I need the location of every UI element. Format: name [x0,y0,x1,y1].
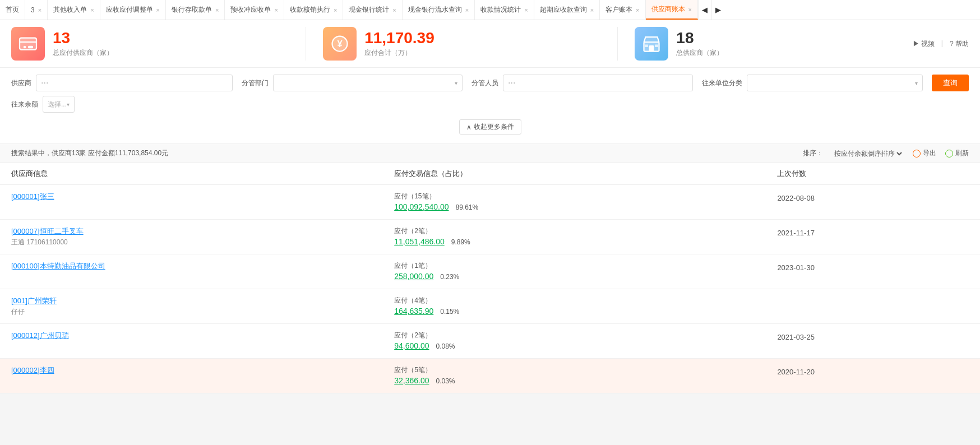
trans-label-0: 应付（15笔） [394,192,777,201]
trans-amount-3[interactable]: 164,635.90 [394,307,433,316]
trans-label-1: 应付（2笔） [394,226,777,236]
vendor-link-0[interactable]: [000001]张三 [11,192,394,202]
nav-cash-bank-stat[interactable]: 现金银行统计 × [343,0,402,20]
close-icon[interactable]: × [688,6,692,13]
close-icon[interactable]: × [90,7,94,13]
trans-percent-3: 0.15% [440,308,459,316]
video-icon: ▶ [913,40,921,48]
nav-home[interactable]: 首页 [0,0,25,20]
vendor-link-1[interactable]: [000007]恒旺二手叉车 [11,226,394,237]
nav-right-arrow[interactable]: ▶ [711,0,725,20]
close-icon[interactable]: × [274,7,278,13]
vendor-sub-3: 仔仔 [11,307,394,317]
sort-label: 排序： [803,149,823,158]
close-icon[interactable]: × [38,7,41,13]
nav-left-arrow[interactable]: ◀ [698,0,711,20]
vendor-info-0: [000001]张三 [11,192,394,202]
svg-rect-8 [645,45,648,48]
nav-receipt-exec[interactable]: 收款核销执行 × [284,0,343,20]
video-link[interactable]: ▶ 视频 [913,39,935,49]
trans-info-5: 应付（5笔） 32,366.00 0.03% [394,365,777,386]
trans-percent-4: 0.08% [436,342,455,350]
table-row: [000001]张三 应付（15笔） 100,092,540.00 89.61%… [0,185,980,220]
close-icon[interactable]: × [156,7,160,13]
trans-info-3: 应付（4笔） 164,635.90 0.15% [394,296,777,317]
result-summary: 搜索结果中，供应商13家 应付金额111,703,854.00元 [11,149,168,158]
collapse-up-icon: ∧ [466,123,471,131]
dept-filter-input[interactable]: ▾ [273,75,463,91]
nav-cash-bank-flow[interactable]: 现金银行流水查询 × [403,0,475,20]
nav-tab3[interactable]: 3 × [25,0,48,20]
svg-rect-3 [28,46,33,49]
refresh-button[interactable]: 刷新 [945,149,969,158]
collapse-button[interactable]: ∧ 收起更多条件 [459,119,521,135]
last-payment-0: 2022-08-08 [777,192,969,202]
query-button[interactable]: 查询 [932,75,969,91]
svg-point-2 [24,46,26,49]
close-icon[interactable]: × [392,7,396,13]
nav-overdue-ar[interactable]: 超期应收款查询 × [534,0,600,20]
vendor-link-2[interactable]: [000100]本特勤油品有限公司 [11,261,394,271]
refresh-icon [945,150,953,157]
stat-divider-2 [617,27,618,61]
trans-row-0: 100,092,540.00 89.61% [394,201,777,212]
refresh-label: 刷新 [955,149,969,158]
payable-vendors-info: 13 总应付供应商（家） [53,30,113,58]
payable-vendors-label: 总应付供应商（家） [53,48,113,58]
trans-info-2: 应付（1笔） 258,000.00 0.23% [394,261,777,282]
vendor-link-4[interactable]: [000012]广州贝瑞 [11,331,394,341]
unit-class-filter-item: 往来单位分类 ▾ [702,75,923,91]
sort-select[interactable]: 按应付余额倒序排序 [832,149,904,158]
close-icon[interactable]: × [215,7,219,13]
nav-advance-ar[interactable]: 预收冲应收单 × [225,0,284,20]
vendor-link-5[interactable]: [000002]李四 [11,365,394,376]
nav-other-income[interactable]: 其他收入单 × [48,0,100,20]
export-button[interactable]: 导出 [913,149,936,158]
payable-vendors-value: 13 [53,30,113,46]
close-icon[interactable]: × [524,7,528,13]
result-bar-actions: 排序： 按应付余额倒序排序 导出 刷新 [803,149,969,158]
balance-filter-input[interactable]: 选择... ▾ [43,96,75,113]
nav-receipt-stat[interactable]: 收款情况统计 × [475,0,534,20]
trans-row-1: 11,051,486.00 9.89% [394,236,777,247]
unit-class-filter-input[interactable]: ▾ [747,75,923,91]
last-payment-4: 2021-03-25 [777,331,969,341]
trans-row-4: 94,600.00 0.08% [394,340,777,351]
svg-rect-7 [649,45,654,52]
last-payment-1: 2021-11-17 [777,226,969,237]
close-icon[interactable]: × [334,7,337,13]
table-row: [000002]李四 应付（5笔） 32,366.00 0.03% 2020-1… [0,359,980,393]
trans-percent-2: 0.23% [440,273,459,281]
collapse-row: ∧ 收起更多条件 [11,117,969,137]
trans-amount-0[interactable]: 100,092,540.00 [394,202,449,211]
person-filter-input[interactable]: ··· [503,75,693,91]
close-icon[interactable]: × [636,7,639,13]
top-right-links: ▶ 视频 | ? 帮助 [913,39,969,49]
trans-amount-5[interactable]: 32,366.00 [394,376,429,385]
svg-text:¥: ¥ [338,39,343,49]
total-vendors-icon [635,27,668,61]
trans-amount-4[interactable]: 94,600.00 [394,341,429,350]
nav-bank-deposit[interactable]: 银行存取款单 × [166,0,225,20]
nav-ar-ap-adjust[interactable]: 应收应付调整单 × [100,0,166,20]
trans-amount-1[interactable]: 11,051,486.00 [394,237,445,246]
trans-amount-2[interactable]: 258,000.00 [394,272,433,281]
nav-customer-ledger[interactable]: 客户账本 × [600,0,645,20]
close-icon[interactable]: × [465,7,469,13]
vendor-link-3[interactable]: [001]广州荣轩 [11,296,394,306]
vendor-dots: ··· [41,78,48,88]
payable-amount-card: ¥ 11,170.39 应付合计（万） [323,27,600,61]
nav-vendor-ledger[interactable]: 供应商账本 × [646,0,698,20]
vendor-filter-label: 供应商 [11,78,31,88]
payable-amount-value: 11,170.39 [364,30,434,46]
trans-label-4: 应付（2笔） [394,331,777,340]
trans-info-1: 应付（2笔） 11,051,486.00 9.89% [394,226,777,247]
person-filter-label: 分管人员 [471,78,498,88]
vendor-filter-input[interactable]: ··· [36,75,233,91]
trans-percent-5: 0.03% [436,377,455,385]
vendor-info-4: [000012]广州贝瑞 [11,331,394,341]
trans-label-3: 应付（4笔） [394,296,777,305]
close-icon[interactable]: × [590,7,594,13]
help-link[interactable]: ? 帮助 [950,39,969,49]
vendor-filter-item: 供应商 ··· [11,75,233,91]
